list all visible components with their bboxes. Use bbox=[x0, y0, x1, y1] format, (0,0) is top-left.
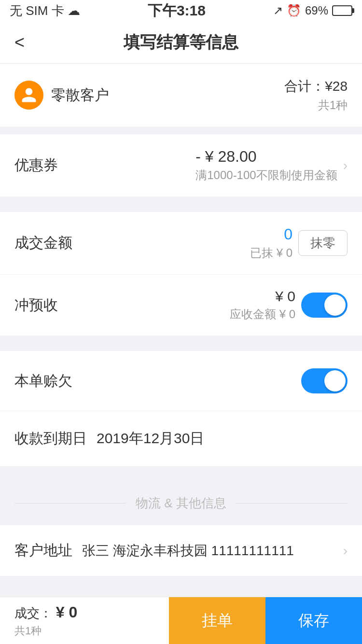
coupon-discount: - ¥ 28.00 bbox=[195, 148, 337, 166]
debt-toggle-knob bbox=[324, 370, 346, 392]
debt-card: 本单赊欠 收款到期日 2019年12月30日 bbox=[0, 351, 362, 466]
back-button[interactable]: < bbox=[14, 32, 25, 53]
prepayment-value-area: ¥ 0 应收金额 ¥ 0 bbox=[230, 288, 295, 322]
save-button-label: 保存 bbox=[298, 610, 329, 631]
save-button[interactable]: 保存 bbox=[265, 597, 362, 644]
deal-subtracted: 已抹 ¥ 0 bbox=[250, 245, 292, 261]
footer-info: 成交： ¥ 0 共1种 bbox=[0, 597, 169, 644]
due-date-row: 收款到期日 2019年12月30日 bbox=[0, 411, 362, 466]
divider-2 bbox=[0, 343, 362, 351]
footer-count: 共1种 bbox=[14, 624, 154, 638]
coupon-card: 优惠券 - ¥ 28.00 满1000-100不限制使用金额 › bbox=[0, 134, 362, 196]
sim-label: 无 SIM 卡 ☁ bbox=[10, 2, 80, 19]
pending-button-label: 挂单 bbox=[202, 610, 233, 631]
footer-deal-amount: ¥ 0 bbox=[56, 603, 77, 621]
footer-deal-label: 成交： bbox=[14, 606, 52, 620]
status-right: ↗ ⏰ 69% bbox=[273, 4, 352, 17]
chevron-right-icon: › bbox=[343, 158, 348, 173]
address-label: 客户地址 bbox=[14, 541, 72, 560]
customer-avatar bbox=[14, 81, 43, 110]
address-row[interactable]: 客户地址 张三 海淀永丰科技园 11111111111 › bbox=[0, 525, 362, 576]
prepayment-value: ¥ 0 bbox=[230, 288, 295, 305]
prepayment-label: 冲预收 bbox=[14, 295, 58, 315]
deal-card: 成交金额 0 已抹 ¥ 0 抹零 冲预收 ¥ 0 应收金额 ¥ 0 bbox=[0, 212, 362, 336]
prepayment-right: ¥ 0 应收金额 ¥ 0 bbox=[230, 288, 348, 322]
prepayment-toggle[interactable] bbox=[301, 293, 348, 318]
location-icon: ↗ bbox=[273, 4, 283, 17]
alarm-icon: ⏰ bbox=[287, 4, 301, 17]
coupon-subtitle: 满1000-100不限制使用金额 bbox=[195, 168, 337, 183]
customer-name: 零散客户 bbox=[51, 85, 109, 105]
deal-amount-right: 0 已抹 ¥ 0 抹零 bbox=[250, 225, 348, 261]
customer-count: 共1种 bbox=[284, 98, 348, 113]
customer-total: 合计：¥28 bbox=[284, 77, 348, 96]
customer-card: 零散客户 合计：¥28 共1种 bbox=[0, 64, 362, 126]
footer: 成交： ¥ 0 共1种 挂单 保存 bbox=[0, 597, 362, 644]
footer-deal-line: 成交： ¥ 0 bbox=[14, 603, 154, 622]
divider-1 bbox=[0, 204, 362, 212]
status-time: 下午3:18 bbox=[148, 1, 206, 21]
deal-amount-value-area: 0 已抹 ¥ 0 bbox=[250, 225, 292, 261]
prepayment-subtitle: 应收金额 ¥ 0 bbox=[230, 307, 295, 322]
status-bar: 无 SIM 卡 ☁ 下午3:18 ↗ ⏰ 69% bbox=[0, 0, 362, 21]
deal-amount-row: 成交金额 0 已抹 ¥ 0 抹零 bbox=[0, 212, 362, 275]
toggle-knob bbox=[324, 294, 346, 316]
deal-amount-label: 成交金额 bbox=[14, 233, 72, 253]
address-card: 客户地址 张三 海淀永丰科技园 11111111111 › bbox=[0, 525, 362, 576]
prepayment-row: 冲预收 ¥ 0 应收金额 ¥ 0 bbox=[0, 275, 362, 336]
due-date-value: 2019年12月30日 bbox=[97, 429, 204, 448]
customer-row: 零散客户 合计：¥28 共1种 bbox=[0, 64, 362, 126]
deal-amount-value: 0 bbox=[284, 225, 292, 243]
address-chevron-icon: › bbox=[343, 543, 348, 559]
status-left: 无 SIM 卡 ☁ bbox=[10, 2, 80, 19]
due-date-label: 收款到期日 bbox=[14, 429, 87, 448]
content: 零散客户 合计：¥28 共1种 优惠券 - ¥ 28.00 满1000-100不… bbox=[0, 64, 362, 644]
pending-button[interactable]: 挂单 bbox=[169, 597, 265, 644]
divider-3 bbox=[0, 474, 362, 481]
logistics-line: 物流 & 其他信息 bbox=[14, 495, 348, 512]
battery-icon bbox=[332, 5, 352, 16]
coupon-right: - ¥ 28.00 满1000-100不限制使用金额 › bbox=[195, 148, 348, 183]
logistics-label: 物流 & 其他信息 bbox=[136, 495, 226, 512]
debt-toggle[interactable] bbox=[301, 368, 348, 393]
logistics-section: 物流 & 其他信息 bbox=[0, 481, 362, 525]
coupon-label: 优惠券 bbox=[14, 155, 58, 175]
round-zero-button[interactable]: 抹零 bbox=[298, 230, 348, 256]
address-value: 张三 海淀永丰科技园 11111111111 bbox=[82, 542, 343, 560]
customer-left: 零散客户 bbox=[14, 81, 109, 110]
debt-row: 本单赊欠 bbox=[0, 351, 362, 411]
nav-bar: < 填写结算等信息 bbox=[0, 21, 362, 64]
debt-label: 本单赊欠 bbox=[14, 371, 72, 391]
coupon-value-area: - ¥ 28.00 满1000-100不限制使用金额 bbox=[195, 148, 337, 183]
user-icon bbox=[20, 86, 38, 104]
page-title: 填写结算等信息 bbox=[124, 31, 238, 54]
battery-percent: 69% bbox=[305, 4, 328, 17]
coupon-row[interactable]: 优惠券 - ¥ 28.00 满1000-100不限制使用金额 › bbox=[0, 134, 362, 196]
customer-total-area: 合计：¥28 共1种 bbox=[284, 77, 348, 113]
